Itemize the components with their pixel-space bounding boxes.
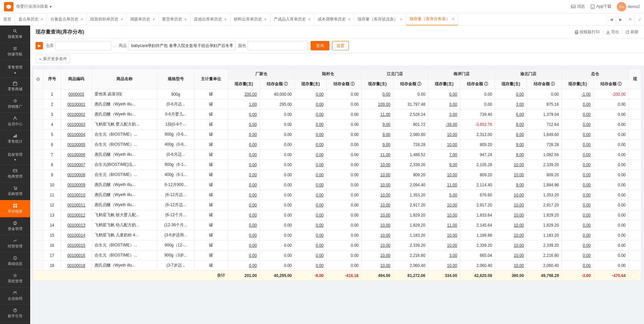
row-chj-qty[interactable]: 0.00 [228, 190, 260, 200]
sidebar-item-guide[interactable]: 新手引导 [0, 305, 30, 322]
row-settings[interactable] [33, 130, 43, 140]
row-jbmd-qty[interactable]: 10.00 [362, 230, 393, 240]
row-lcj-qty[interactable]: 0.00 [295, 240, 327, 250]
row-total-qty[interactable]: 0.00 [562, 261, 594, 271]
row-total-qty[interactable]: 0.00 [562, 140, 594, 150]
row-total-qty[interactable]: 0.00 [562, 180, 594, 190]
row-ybbmd-qty[interactable]: 0.00 [495, 89, 527, 99]
sidebar-item-market[interactable]: 营销推广 [0, 95, 30, 113]
row-lcj-qty[interactable]: 0.00 [295, 250, 327, 261]
row-ybbmd-qty[interactable]: 10.00 [495, 210, 527, 220]
row-settings[interactable] [33, 261, 43, 271]
row-ybbmd-qty[interactable]: 10.00 [495, 190, 527, 200]
row-lcj-qty[interactable]: 0.00 [295, 89, 327, 99]
row-naqd-qty[interactable]: 10.00 [428, 240, 460, 250]
nav-close-all-btn[interactable]: ✕ [625, 13, 635, 26]
close-icon[interactable]: ✕ [152, 17, 155, 21]
row-code[interactable]: 00100003 [61, 120, 92, 130]
sidebar-item-apps[interactable]: 应用中心 [0, 322, 30, 324]
row-code[interactable]: 00100011 [61, 200, 92, 210]
print-btn[interactable]: 按模版打印 [575, 29, 600, 35]
row-total-qty[interactable]: 0.00 [562, 150, 594, 160]
row-settings[interactable] [33, 240, 43, 250]
sidebar-item-system[interactable]: 系统管理 [0, 270, 30, 287]
row-settings[interactable] [33, 99, 43, 109]
sidebar-item-finance[interactable]: 资金管理 [0, 218, 30, 235]
color-input[interactable] [248, 41, 308, 50]
tab-partial-check[interactable]: 分量盘点单历史 ✕ [47, 13, 87, 26]
sidebar-item-search[interactable]: 搜索英单 [0, 26, 30, 43]
row-chj-qty[interactable]: 0.00 [228, 230, 260, 240]
row-jbmd-qty[interactable]: 9.00 [362, 130, 393, 140]
app-download-btn[interactable]: App下载 [590, 4, 611, 9]
row-naqd-qty[interactable]: 9.00 [428, 160, 460, 170]
row-code[interactable]: 00100007 [61, 160, 92, 170]
row-code[interactable]: 0000003 [61, 89, 92, 99]
row-lcj-qty[interactable]: 0.00 [295, 261, 327, 271]
tab-order[interactable]: 要货单历史 ✕ [159, 13, 191, 26]
row-naqd-qty[interactable]: 10.00 [428, 230, 460, 240]
close-icon[interactable]: ✕ [224, 17, 227, 21]
sidebar-item-shop[interactable]: 零售商城 [0, 78, 30, 95]
row-chj-qty[interactable]: 0.00 [228, 200, 260, 210]
expand-more-btn[interactable]: 展开更多条件 [36, 55, 70, 63]
row-chj-qty[interactable]: 0.00 [228, 109, 260, 120]
row-settings[interactable] [33, 89, 43, 99]
row-jbmd-qty[interactable]: 9.00 [362, 140, 393, 150]
nav-prev-btn[interactable]: ◀ [606, 13, 616, 26]
row-chj-qty[interactable]: 1.00 [228, 99, 260, 109]
row-lcj-qty[interactable]: 0.00 [295, 210, 327, 220]
row-chj-qty[interactable]: 0.00 [228, 250, 260, 261]
row-naqd-qty[interactable]: 0.00 [428, 99, 460, 109]
filter-expand-btn[interactable]: ▶ [36, 42, 43, 49]
row-naqd-qty[interactable]: 10.00 [428, 170, 460, 180]
row-chj-qty[interactable]: 0.00 [228, 130, 260, 140]
tab-inventory-check[interactable]: 盘点单历史 ✕ [15, 13, 47, 26]
row-chj-qty[interactable]: 200.00 [228, 89, 260, 99]
row-total-qty[interactable]: 0.00 [562, 210, 594, 220]
row-total-qty[interactable]: 0.00 [562, 99, 594, 109]
sidebar-item-ecommerce[interactable]: 电商管理 [0, 165, 30, 183]
row-ybbmd-qty[interactable]: 10.00 [495, 250, 527, 261]
row-jbmd-qty[interactable]: 10.00 [362, 170, 393, 180]
user-area[interactable]: Ea demo2 [617, 2, 640, 11]
warehouse-input[interactable] [55, 41, 111, 50]
row-naqd-qty[interactable]: 11.00 [428, 180, 460, 190]
row-code[interactable]: 00100005 [61, 140, 92, 150]
tab-cost-adjust[interactable]: 成本调整单历史 ✕ [314, 13, 354, 26]
nav-fullscreen-btn[interactable]: ⤢ [635, 13, 644, 26]
sidebar-item-stats[interactable]: 零售统计 [0, 130, 30, 148]
sidebar-item-purchase[interactable]: 采购管理 [0, 183, 30, 200]
row-total-qty[interactable]: 0.00 [562, 109, 594, 120]
row-ybbmd-qty[interactable]: 10.00 [495, 170, 527, 180]
row-jbmd-qty[interactable]: 10.00 [362, 220, 393, 230]
row-lcj-qty[interactable]: 0.00 [295, 99, 327, 109]
goods-input[interactable] [128, 41, 235, 50]
sidebar-item-retail[interactable]: 零售管理 ▲ [0, 60, 30, 78]
tab-stock-status[interactable]: 现存量（库存状况表） ✕ [354, 13, 406, 26]
row-code[interactable]: 00100012 [61, 210, 92, 220]
row-total-qty[interactable]: 0.00 [562, 130, 594, 140]
row-naqd-qty[interactable]: -39.00 [428, 120, 460, 130]
row-code[interactable]: 00100018 [61, 261, 92, 271]
row-code[interactable]: 00100006 [61, 150, 92, 160]
tab-material[interactable]: 材料出库单历史 ✕ [230, 13, 270, 26]
close-icon[interactable]: ✕ [348, 17, 351, 21]
row-jbmd-qty[interactable]: 10.00 [362, 250, 393, 261]
row-code[interactable]: 00100010 [61, 190, 92, 200]
row-total-qty[interactable]: 0.00 [562, 170, 594, 180]
row-code[interactable]: 00100008 [61, 170, 92, 180]
row-ybbmd-qty[interactable]: 10.00 [495, 240, 527, 250]
row-code[interactable]: 00100013 [61, 220, 92, 230]
row-ybbmd-qty[interactable]: 10.00 [495, 160, 527, 170]
row-naqd-qty[interactable]: 7.00 [428, 150, 460, 160]
tab-production[interactable]: 产成品入库单历史 ✕ [270, 13, 314, 26]
row-ybbmd-qty[interactable]: 8.00 [495, 130, 527, 140]
search-button[interactable]: 查询 [311, 41, 329, 50]
sidebar-item-inventory[interactable]: 库存核算 [0, 200, 30, 218]
gear-header[interactable]: ⚙ [33, 69, 43, 89]
sidebar-item-info[interactable]: 基础信息 [0, 252, 30, 270]
row-naqd-qty[interactable]: 10.00 [428, 210, 460, 220]
row-jbmd-qty[interactable]: 10.00 [362, 200, 393, 210]
row-lcj-qty[interactable]: 0.00 [295, 109, 327, 120]
